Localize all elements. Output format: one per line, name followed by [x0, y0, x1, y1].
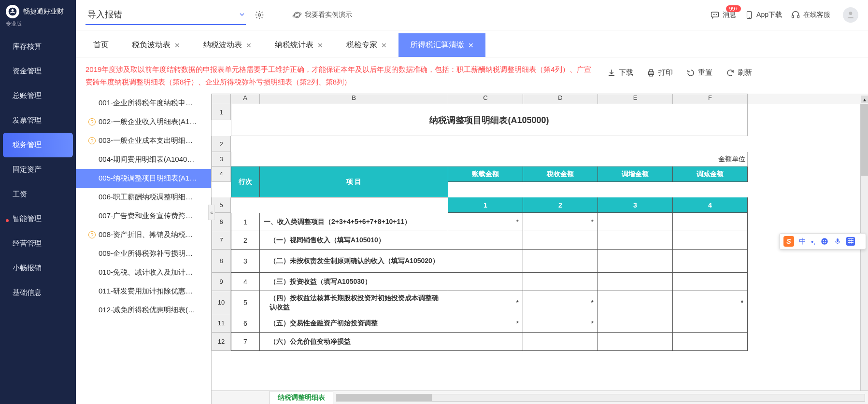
close-icon[interactable]: ✕	[317, 42, 323, 49]
tab-0[interactable]: 首页	[82, 33, 120, 57]
sidebar-item-2[interactable]: 总账管理	[0, 84, 76, 108]
cell[interactable]	[598, 213, 673, 231]
row-header[interactable]: 4	[212, 167, 231, 182]
form-item-9[interactable]: 010-免税、减计收入及加计…	[76, 263, 211, 282]
cell[interactable]: *	[448, 314, 523, 333]
cell[interactable]: 3	[231, 250, 260, 273]
cell[interactable]	[598, 273, 673, 291]
cell[interactable]: （五）交易性金融资产初始投资调整	[260, 314, 448, 333]
online-service-button[interactable]: 在线客服	[791, 10, 830, 20]
sidebar-item-3[interactable]: 发票管理	[0, 108, 76, 133]
row-header[interactable]: 2	[212, 136, 231, 152]
cell[interactable]: （四）按权益法核算长期股权投资对初始投资成本调整确认收益	[260, 291, 448, 314]
select-all-corner[interactable]	[212, 94, 231, 104]
col-header-D[interactable]: D	[523, 94, 598, 104]
hscroll-thumb[interactable]	[337, 394, 432, 401]
row-header[interactable]: 11	[212, 314, 231, 333]
cell[interactable]	[598, 333, 673, 351]
ime-punct-icon[interactable]: •,	[811, 237, 815, 246]
cell[interactable]: 行次	[231, 167, 260, 197]
cell[interactable]	[448, 273, 523, 291]
cell[interactable]: 调增金额	[598, 167, 673, 182]
collapse-handle[interactable]: «	[208, 205, 215, 220]
cell[interactable]: 金额单位	[231, 152, 748, 167]
cell[interactable]	[448, 333, 523, 351]
cell[interactable]: 调减金额	[673, 167, 748, 182]
cell[interactable]	[598, 314, 673, 333]
app-download-button[interactable]: App下载	[745, 10, 782, 20]
close-icon[interactable]: ✕	[174, 42, 180, 49]
cell[interactable]: 2	[231, 231, 260, 250]
reset-button[interactable]: 重置	[686, 68, 712, 77]
cell[interactable]: *	[673, 291, 748, 314]
settings-button[interactable]	[255, 10, 264, 20]
cell[interactable]: *	[448, 291, 523, 314]
sidebar-item-9[interactable]: 小畅报销	[0, 256, 76, 280]
cell[interactable]: 1	[448, 197, 523, 213]
cell[interactable]: （三）投资收益（填写A105030）	[260, 273, 448, 291]
help-icon[interactable]: ?	[88, 118, 96, 125]
help-icon[interactable]: ?	[88, 231, 96, 238]
horizontal-scrollbar[interactable]	[336, 394, 865, 402]
tab-3[interactable]: 纳税统计表✕	[263, 33, 335, 57]
form-item-0[interactable]: 001-企业所得税年度纳税申…	[76, 94, 211, 112]
cell[interactable]: （二）未按权责发生制原则确认的收入（填写A105020）	[260, 250, 448, 273]
cell[interactable]: 一、收入类调整项目（2+3+4+5+6+7+8+10+11）	[260, 213, 448, 231]
cell[interactable]: 纳税调整项目明细表(A105000)	[231, 104, 748, 136]
help-icon[interactable]: ?	[88, 137, 96, 144]
form-item-10[interactable]: 011-研发费用加计扣除优惠…	[76, 282, 211, 301]
ime-toolbar[interactable]: S 中 •,	[779, 233, 866, 250]
sheet-tab-active[interactable]: 纳税调整明细表	[270, 391, 333, 404]
refresh-button[interactable]: 刷新	[726, 68, 752, 77]
cell[interactable]	[523, 250, 598, 273]
sidebar-item-4[interactable]: 税务管理	[3, 133, 73, 157]
cell[interactable]	[673, 213, 748, 231]
cell[interactable]: *	[523, 213, 598, 231]
close-icon[interactable]: ✕	[381, 42, 387, 49]
scroll-up-icon[interactable]: ▲	[861, 96, 868, 103]
sidebar-item-5[interactable]: 固定资产	[0, 157, 76, 182]
download-button[interactable]: 下载	[607, 68, 633, 77]
form-item-4[interactable]: 005-纳税调整项目明细表(A1…	[76, 169, 211, 188]
col-header-A[interactable]: A	[231, 94, 260, 104]
cell[interactable]	[448, 250, 523, 273]
tab-4[interactable]: 税检专家✕	[335, 33, 398, 57]
vscroll-thumb[interactable]	[861, 104, 868, 176]
sidebar-item-8[interactable]: 经营管理	[0, 231, 76, 256]
form-item-2[interactable]: ?003-一般企业成本支出明细…	[76, 131, 211, 150]
cell[interactable]	[673, 250, 748, 273]
ime-emoji-icon[interactable]	[820, 237, 829, 246]
messages-button[interactable]: 消息 99+	[710, 10, 736, 20]
demo-link[interactable]: 我要看实例演示	[292, 10, 352, 20]
row-header[interactable]: 8	[212, 250, 231, 273]
row-header[interactable]: 12	[212, 333, 231, 351]
row-header[interactable]: 1	[212, 104, 231, 120]
close-icon[interactable]: ✕	[246, 42, 252, 49]
user-avatar[interactable]	[843, 7, 858, 23]
ime-lang[interactable]: 中	[799, 237, 806, 246]
sidebar-item-6[interactable]: 工资	[0, 182, 76, 207]
sidebar-item-1[interactable]: 资金管理	[0, 59, 76, 84]
cell[interactable]: 3	[598, 197, 673, 213]
ime-keyboard-icon[interactable]	[846, 237, 855, 246]
cell[interactable]	[598, 291, 673, 314]
cell[interactable]	[673, 231, 748, 250]
sidebar-item-7[interactable]: 智能管理	[0, 207, 76, 231]
tab-1[interactable]: 税负波动表✕	[120, 33, 192, 57]
cell[interactable]: 7	[231, 333, 260, 351]
sidebar-item-0[interactable]: 库存核算	[0, 34, 76, 59]
cell[interactable]	[673, 314, 748, 333]
col-header-C[interactable]: C	[448, 94, 523, 104]
print-button[interactable]: 打印	[647, 68, 673, 77]
row-header[interactable]: 10	[212, 291, 231, 314]
col-header-F[interactable]: F	[673, 94, 748, 104]
cell[interactable]	[523, 333, 598, 351]
cell[interactable]	[673, 273, 748, 291]
cell[interactable]: （六）公允价值变动净损益	[260, 333, 448, 351]
cell[interactable]	[523, 273, 598, 291]
form-item-7[interactable]: ?008-资产折旧、摊销及纳税…	[76, 225, 211, 244]
cell[interactable]: （一）视同销售收入（填写A105010）	[260, 231, 448, 250]
close-icon[interactable]: ✕	[468, 42, 474, 49]
form-item-8[interactable]: 009-企业所得税弥补亏损明…	[76, 244, 211, 263]
cell[interactable]: *	[523, 291, 598, 314]
